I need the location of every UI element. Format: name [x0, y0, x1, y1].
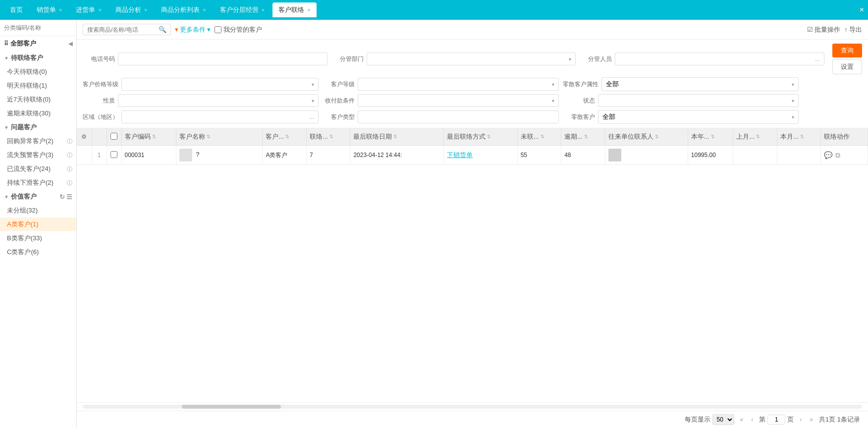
- table-index-col: [92, 128, 107, 146]
- tab-customer-contact[interactable]: 客户联络 ×: [272, 2, 316, 17]
- cust-type-select[interactable]: [358, 110, 558, 123]
- tab-home[interactable]: 首页: [4, 2, 29, 17]
- close-purchase-tab[interactable]: ×: [98, 7, 101, 13]
- row-code[interactable]: 000031: [121, 146, 176, 165]
- filter-price-level: 客户价格等级 ▾: [83, 78, 319, 91]
- row-last-date: 2023-04-12 14:44:: [350, 146, 444, 165]
- close-customer-contact-tab[interactable]: ×: [307, 7, 310, 13]
- sidebar-item-churned[interactable]: 已流失客户(24) ⓘ: [0, 162, 76, 176]
- sidebar-search-input[interactable]: [4, 24, 77, 31]
- th-overdue[interactable]: 逾期... ⇅: [561, 128, 605, 146]
- th-contacts[interactable]: 往来单位联系人 ⇅: [605, 128, 688, 146]
- row-this-month: [777, 146, 820, 165]
- filter-search-input[interactable]: [87, 26, 157, 33]
- sidebar-search-bar: 🔍: [0, 20, 76, 36]
- phone-input[interactable]: [118, 53, 327, 65]
- close-all-icon[interactable]: ×: [860, 5, 864, 14]
- th-code[interactable]: 客户编码 ⇅: [121, 128, 176, 146]
- table-check-col[interactable]: [107, 128, 121, 146]
- tab-customer-tier[interactable]: 客户分层经营 ×: [214, 2, 271, 17]
- nature-select[interactable]: ▾: [118, 94, 319, 107]
- sidebar-item-declining[interactable]: 持续下滑客户(2) ⓘ: [0, 176, 76, 190]
- setting-button[interactable]: 设置: [832, 59, 862, 74]
- filter-more-btn[interactable]: ▾ 更多条件 ▾: [175, 25, 211, 34]
- filter-search-icon[interactable]: 🔍: [159, 26, 166, 33]
- th-name[interactable]: 客户名称 ⇅: [176, 128, 263, 146]
- row-name: ?: [176, 146, 263, 165]
- problem-arrow-icon: ▼: [4, 125, 9, 130]
- grid-icon: ⠿: [4, 40, 8, 47]
- scrollbar-track: [83, 405, 862, 409]
- contact-method-link[interactable]: 下销货单: [447, 151, 473, 159]
- scrollbar-thumb[interactable]: [182, 405, 281, 409]
- first-page-btn[interactable]: «: [738, 415, 746, 424]
- page-number-input[interactable]: [767, 415, 785, 425]
- select-all-checkbox[interactable]: [110, 133, 117, 140]
- sidebar-problem-section: ▼ 问题客户: [0, 120, 76, 134]
- row-contacts: [605, 146, 688, 165]
- prev-page-btn[interactable]: ‹: [749, 415, 755, 424]
- per-page-select[interactable]: 50: [712, 414, 734, 425]
- sidebar-item-7days[interactable]: 近7天待联络(0): [0, 93, 76, 107]
- tab-goods-list[interactable]: 商品分析列表 ×: [155, 2, 212, 17]
- row-checkbox[interactable]: [110, 151, 117, 158]
- retail-select[interactable]: 全部 ▾: [598, 110, 799, 124]
- customer-table: ⚙ 客户编码 ⇅ 客户名称: [77, 128, 868, 165]
- region-select[interactable]: ...: [121, 110, 319, 123]
- row-overdue: 48: [561, 146, 605, 165]
- filter-cust-level: 客户等级 ▾: [323, 78, 558, 91]
- dept-select[interactable]: ▾: [367, 53, 576, 65]
- sidebar-collapse-icon[interactable]: ◀: [68, 41, 72, 47]
- th-last-method[interactable]: 最后联络方式 ⇅: [444, 128, 517, 146]
- link-icon[interactable]: ⧉: [835, 151, 840, 160]
- th-last-month[interactable]: 上月... ⇅: [733, 128, 777, 146]
- payment-select[interactable]: ▾: [358, 94, 558, 107]
- table-settings-col[interactable]: ⚙: [77, 128, 92, 146]
- my-customers-checkbox[interactable]: [215, 26, 221, 33]
- retail-attr-select[interactable]: 全部 ▾: [601, 77, 799, 91]
- person-select[interactable]: ...: [615, 53, 824, 65]
- refresh-icon[interactable]: ↻: [59, 193, 65, 201]
- sidebar-item-tomorrow[interactable]: 明天待联络(1): [0, 79, 76, 93]
- filter-row-1: 电话号码 分管部门 ▾ 分管人员 ...: [83, 44, 862, 74]
- settings-icon[interactable]: ☰: [66, 193, 72, 201]
- th-this-month[interactable]: 本月... ⇅: [777, 128, 820, 146]
- close-customer-tier-tab[interactable]: ×: [262, 7, 265, 13]
- sidebar-all-customers[interactable]: ⠿ 全部客户 ◀: [0, 36, 76, 51]
- tab-goods-analysis[interactable]: 商品分析 ×: [109, 2, 153, 17]
- close-goods-analysis-tab[interactable]: ×: [144, 7, 147, 13]
- batch-op-btn[interactable]: ☑ 批量操作: [807, 25, 840, 34]
- query-button[interactable]: 查询: [832, 44, 862, 57]
- tab-sales[interactable]: 销货单 ×: [31, 2, 68, 17]
- close-sales-tab[interactable]: ×: [59, 7, 62, 13]
- sidebar-item-c-class[interactable]: C类客户(6): [0, 245, 76, 259]
- sidebar-item-repurchase-abnormal[interactable]: 回购异常客户(2) ⓘ: [0, 134, 76, 148]
- my-customers-filter[interactable]: 我分管的客户: [215, 25, 262, 34]
- pending-arrow-icon: ▼: [4, 55, 9, 61]
- last-page-btn[interactable]: »: [808, 415, 815, 424]
- sidebar-item-ungroup[interactable]: 未分组(32): [0, 204, 76, 217]
- status-select[interactable]: ▾: [598, 94, 799, 107]
- sidebar-item-overdue[interactable]: 逾期未联络(30): [0, 107, 76, 120]
- th-last-date[interactable]: 最后联络日期 ⇅: [350, 128, 444, 146]
- th-level[interactable]: 客户... ⇅: [263, 128, 306, 146]
- sidebar-item-a-class[interactable]: A类客户(1): [0, 217, 76, 231]
- close-goods-list-tab[interactable]: ×: [203, 7, 206, 13]
- value-section-icons: ↻ ☰: [59, 193, 72, 201]
- next-page-btn[interactable]: ›: [798, 415, 804, 424]
- row-last-method[interactable]: 下销货单: [444, 146, 517, 165]
- filter-row-3: 性质 ▾ 收付款条件 ▾ 状态: [83, 94, 862, 107]
- cust-level-select[interactable]: ▾: [358, 78, 558, 91]
- row-check[interactable]: [107, 146, 121, 165]
- sidebar-item-today[interactable]: 今天待联络(0): [0, 65, 76, 79]
- th-no-contact[interactable]: 未联... ⇅: [517, 128, 561, 146]
- export-btn[interactable]: ↑ 导出: [844, 25, 862, 34]
- top-nav: 首页 销货单 × 进货单 × 商品分析 × 商品分析列表 × 客户分层经营 × …: [0, 0, 868, 20]
- sidebar-item-churn-warning[interactable]: 流失预警客户(3) ⓘ: [0, 148, 76, 162]
- price-level-select[interactable]: ▾: [121, 78, 319, 91]
- sidebar-item-b-class[interactable]: B类客户(33): [0, 231, 76, 245]
- th-contact-count[interactable]: 联络... ⇅: [306, 128, 350, 146]
- th-this-year[interactable]: 本年... ⇅: [688, 128, 733, 146]
- message-icon[interactable]: 💬: [824, 151, 832, 159]
- tab-purchase[interactable]: 进货单 ×: [70, 2, 107, 17]
